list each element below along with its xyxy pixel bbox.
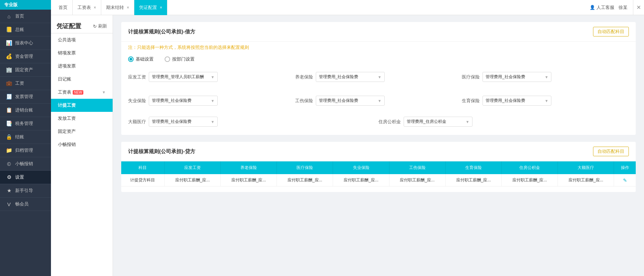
sidebar-item-archive[interactable]: 📁归档管理 — [0, 144, 51, 157]
select-shengyu-baoxian[interactable]: 管理费用_社会保险费 ▼ — [482, 96, 551, 106]
field-shiye-baoxian: 失业保险 管理费用_社会保险费 ▼ — [128, 93, 295, 108]
sidebar-icon-funds: 💰 — [6, 53, 12, 60]
tab-payroll[interactable]: 工资表× — [73, 0, 101, 15]
sub-sidebar-item-sales-invoice[interactable]: 销项发票 — [51, 46, 113, 60]
sidebar-item-settings[interactable]: ⚙设置 — [0, 171, 51, 184]
tab-close-voucher-config[interactable]: × — [160, 5, 162, 10]
sidebar-item-tax-mgmt[interactable]: 📑税务管理 — [0, 117, 51, 130]
tab-close-payroll[interactable]: × — [94, 5, 96, 10]
sub-sidebar-item-xiaochang-expense-sub[interactable]: 小畅报销 — [51, 138, 113, 151]
sidebar-label-fixed-assets: 固定资产 — [15, 67, 33, 73]
sidebar-icon-guide: ★ — [6, 188, 12, 194]
credit-auto-match-button[interactable]: 自动匹配科目 — [593, 147, 629, 156]
credit-section-header: 计提核算规则(公司承担)-贷方 自动匹配科目 — [121, 142, 636, 161]
sidebar-icon-reports: 📊 — [6, 40, 12, 46]
select-ying-fa-gongzi[interactable]: 管理费用_管理人员职工薪酬 ▼ — [149, 72, 218, 82]
sub-sidebar-label-payroll-table: 工资表NEW — [58, 89, 83, 95]
col-header-科目: 科目 — [121, 161, 164, 174]
sidebar-label-funds: 资金管理 — [15, 53, 33, 60]
sidebar-item-xiaochang-expense[interactable]: ©小畅报销 — [0, 157, 51, 171]
sidebar-item-funds[interactable]: 💰资金管理 — [0, 50, 51, 63]
refresh-button[interactable]: ↻ 刷新 — [93, 23, 107, 29]
select-gongshang-baoxian[interactable]: 管理费用_社会保险费 ▼ — [316, 96, 385, 106]
sub-sidebar-item-calc-salary[interactable]: 计提工资 — [51, 99, 113, 112]
radio-dept[interactable]: 按部门设置 — [165, 56, 195, 62]
select-da-e-yiliao-value: 管理费用_社会保险费 — [152, 119, 191, 125]
table-cell: 应付职工薪酬_应... — [277, 174, 333, 187]
table-row: 计提贷方科目应付职工薪酬_应...应付职工薪酬_应...应付职工薪酬_应...应… — [121, 174, 636, 187]
sub-sidebar-item-public-options[interactable]: 公共选项 — [51, 33, 113, 46]
table-cell: 计提贷方科目 — [121, 174, 164, 187]
sidebar-item-salary[interactable]: 💼工资 — [0, 77, 51, 90]
tab-voucher-config[interactable]: 凭证配置× — [134, 0, 167, 15]
tab-close-period-close[interactable]: × — [127, 5, 129, 10]
sidebar-item-closing[interactable]: 🔒结账 — [0, 130, 51, 144]
sidebar-icon-xiaochang-expense: © — [6, 161, 12, 167]
sub-sidebar-item-fixed-assets-sub[interactable]: 固定资产 — [51, 125, 113, 138]
tabs-bar: 首页工资表×期末结转×凭证配置× 👤 人工客服 徐某 ✕ — [51, 0, 644, 15]
debit-auto-match-button[interactable]: 自动匹配科目 — [593, 27, 629, 36]
table-cell: 应付职工薪酬_应... — [502, 174, 558, 187]
sidebar-icon-general-ledger: 📒 — [6, 26, 12, 33]
sidebar-icon-home: ⌂ — [6, 13, 12, 19]
tab-label-period-close: 期末结转 — [106, 4, 124, 11]
label-yiliao-baoxian: 医疗保险 — [462, 74, 480, 80]
sidebar-item-vip[interactable]: V畅会员 — [0, 198, 51, 211]
sidebar-icon-settings: ⚙ — [6, 174, 12, 180]
table-cell: 应付职工薪酬_应... — [389, 174, 445, 187]
radio-basic[interactable]: 基础设置 — [128, 56, 154, 62]
label-zhufang-gongjin: 住房公积金 — [378, 119, 401, 125]
field-zhufang-gongjin: 住房公积金 管理费用_住房公积金 ▼ — [378, 114, 629, 129]
label-yanglao-baoxian: 养老保险 — [295, 74, 313, 80]
col-header-失业保险: 失业保险 — [333, 161, 389, 174]
table-cell: 应付职工薪酬_应... — [333, 174, 389, 187]
sub-sidebar-label-sales-invoice: 销项发票 — [58, 50, 76, 56]
sidebar-label-archive: 归档管理 — [15, 147, 33, 153]
sidebar: 专业版 ⌂首页📒总账📊报表中心💰资金管理🏢固定资产💼工资🧾发票管理📋进销台账📑税… — [0, 0, 51, 276]
sub-sidebar-item-journal[interactable]: 日记账 — [51, 73, 113, 86]
tab-home[interactable]: 首页 — [54, 0, 73, 15]
sidebar-item-invoice-mgmt[interactable]: 🧾发票管理 — [0, 90, 51, 104]
sub-sidebar-label-journal: 日记账 — [58, 76, 71, 82]
select-zhufang-gongjin[interactable]: 管理费用_住房公积金 ▼ — [404, 117, 472, 127]
sidebar-item-reports[interactable]: 📊报表中心 — [0, 36, 51, 50]
select-yiliao-baoxian[interactable]: 管理费用_社会保险费 ▼ — [482, 72, 551, 82]
label-gongshang-baoxian: 工伤保险 — [295, 98, 313, 104]
label-shengyu-baoxian: 生育保险 — [462, 98, 480, 104]
chevron-down-icon: ▼ — [466, 120, 469, 124]
col-header-操作: 操作 — [614, 161, 636, 174]
sidebar-item-general-ledger[interactable]: 📒总账 — [0, 23, 51, 36]
sidebar-item-guide[interactable]: ★新手引导 — [0, 184, 51, 198]
sub-sidebar-item-purchase-invoice[interactable]: 进项发票 — [51, 60, 113, 73]
sidebar-label-guide: 新手引导 — [15, 188, 33, 194]
select-yanglao-baoxian[interactable]: 管理费用_社会保险费 ▼ — [316, 72, 385, 82]
select-ying-fa-gongzi-value: 管理费用_管理人员职工薪酬 — [152, 74, 204, 80]
form-area: 计提核算规则(公司承担)-借方 自动匹配科目 注：只能选择一种方式，系统将按照您… — [113, 15, 644, 276]
label-da-e-yiliao: 大额医疗 — [128, 119, 146, 125]
chevron-down-icon: ▼ — [544, 75, 548, 79]
tab-label-home: 首页 — [59, 4, 67, 11]
tab-period-close[interactable]: 期末结转× — [101, 0, 134, 15]
debit-fields-row2: 失业保险 管理费用_社会保险费 ▼ 工伤保险 管理费用_社会保险费 ▼ — [121, 90, 636, 114]
top-bar-right: 👤 人工客服 徐某 — [590, 4, 633, 11]
debit-fields-row1: 应发工资 管理费用_管理人员职工薪酬 ▼ 养老保险 管理费用_社会保险费 ▼ — [121, 66, 636, 90]
col-header-应发工资: 应发工资 — [164, 161, 220, 174]
user-service[interactable]: 👤 人工客服 — [590, 4, 614, 11]
sidebar-item-fixed-assets[interactable]: 🏢固定资产 — [0, 63, 51, 77]
sub-sidebar-item-payroll-table[interactable]: 工资表NEW▼ — [51, 86, 113, 99]
sidebar-item-home[interactable]: ⌂首页 — [0, 10, 51, 23]
sub-sidebar-label-fixed-assets-sub: 固定资产 — [58, 128, 76, 135]
table-cell: 应付职工薪酬_应... — [445, 174, 501, 187]
select-shiye-baoxian[interactable]: 管理费用_社会保险费 ▼ — [149, 96, 218, 106]
edit-icon[interactable]: ✎ — [614, 174, 636, 187]
sidebar-item-purchase-sales[interactable]: 📋进销台账 — [0, 104, 51, 117]
col-header-医疗保险: 医疗保险 — [277, 161, 333, 174]
chevron-down-icon: ▼ — [211, 75, 215, 79]
select-da-e-yiliao[interactable]: 管理费用_社会保险费 ▼ — [149, 117, 218, 127]
window-close-button[interactable]: ✕ — [633, 0, 644, 15]
sidebar-label-settings: 设置 — [15, 174, 24, 180]
debit-fields-row3: 大额医疗 管理费用_社会保险费 ▼ 住房公积金 管理费用_住房公积金 ▼ — [121, 114, 636, 135]
sub-sidebar-item-pay-salary[interactable]: 发放工资 — [51, 112, 113, 125]
col-header-工伤保险: 工伤保险 — [389, 161, 445, 174]
col-header-养老保险: 养老保险 — [221, 161, 277, 174]
